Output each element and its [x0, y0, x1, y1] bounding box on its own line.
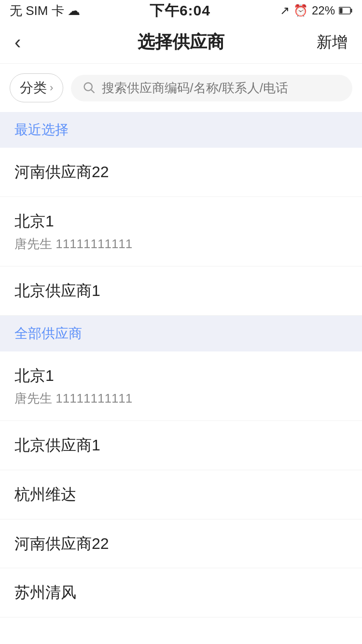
- list-item[interactable]: 北京1唐先生 11111111111: [0, 197, 362, 266]
- status-bar: 无 SIM 卡 ☁ 下午6:04 ↗ ⏰ 22%: [0, 0, 362, 21]
- item-name: 杭州维达: [14, 484, 348, 505]
- battery-icon: [339, 7, 352, 14]
- svg-point-3: [84, 83, 92, 91]
- chevron-right-icon: ›: [50, 82, 53, 94]
- list-item[interactable]: 苏州清风: [0, 568, 362, 617]
- item-name: 河南供应商22: [14, 533, 348, 555]
- recent-section-header: 最近选择: [0, 112, 362, 148]
- add-button[interactable]: 新增: [309, 32, 348, 53]
- back-button[interactable]: ‹: [14, 31, 53, 53]
- svg-rect-1: [351, 9, 352, 13]
- category-filter-button[interactable]: 分类 ›: [10, 73, 63, 102]
- list-item[interactable]: 北京供应商1: [0, 266, 362, 316]
- all-section-label: 全部供应商: [14, 326, 82, 341]
- alarm-icon: ⏰: [293, 4, 308, 17]
- list-item[interactable]: 河南供应商22: [0, 148, 362, 197]
- recent-list: 河南供应商22北京1唐先生 11111111111北京供应商1: [0, 148, 362, 316]
- sim-status: 无 SIM 卡 ☁: [10, 2, 80, 19]
- filter-bar: 分类 ›: [0, 64, 362, 112]
- list-item[interactable]: 杭州维达: [0, 470, 362, 519]
- recent-section-label: 最近选择: [14, 122, 69, 137]
- search-icon: [83, 81, 96, 95]
- item-name: 北京1: [14, 210, 348, 232]
- status-right: ↗ ⏰ 22%: [280, 4, 352, 17]
- item-sub: 唐先生 11111111111: [14, 390, 348, 407]
- svg-rect-2: [340, 8, 343, 14]
- item-name: 北京1: [14, 365, 348, 387]
- all-section-header: 全部供应商: [0, 316, 362, 351]
- search-box: [71, 75, 352, 101]
- item-name: 苏州清风: [14, 582, 348, 603]
- category-label: 分类: [20, 79, 47, 97]
- item-sub: 唐先生 11111111111: [14, 235, 348, 252]
- item-name: 北京供应商1: [14, 434, 348, 456]
- list-item[interactable]: 北京1唐先生 11111111111: [0, 351, 362, 421]
- list-item[interactable]: 北京供应商1: [0, 421, 362, 470]
- search-input[interactable]: [102, 81, 341, 96]
- item-name: 北京供应商1: [14, 280, 348, 302]
- nav-bar: ‹ 选择供应商 新增: [0, 21, 362, 64]
- status-left: 无 SIM 卡 ☁: [10, 2, 80, 19]
- location-icon: ↗: [280, 4, 290, 17]
- status-time: 下午6:04: [150, 1, 210, 21]
- page-title: 选择供应商: [53, 30, 309, 54]
- all-suppliers-list: 北京1唐先生 11111111111北京供应商1杭州维达河南供应商22苏州清风: [0, 351, 362, 617]
- item-name: 河南供应商22: [14, 161, 348, 183]
- svg-line-4: [91, 90, 94, 93]
- battery-level: 22%: [312, 4, 335, 17]
- list-item[interactable]: 河南供应商22: [0, 519, 362, 569]
